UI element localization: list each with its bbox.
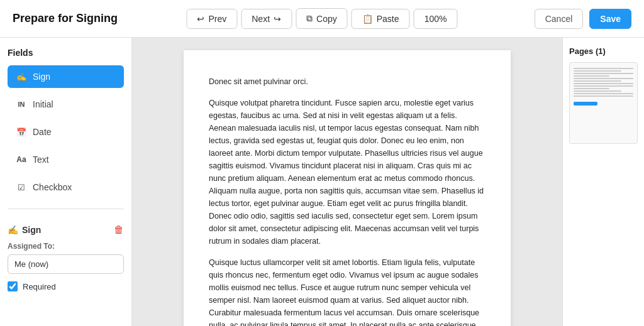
thumb-line-12 [574,95,633,97]
sign-panel-header: ✍ Sign 🗑 [8,224,124,236]
copy-button[interactable]: ⧉ Copy [296,8,348,29]
paste-label: Paste [377,14,399,24]
doc-paragraph-1: Donec sit amet pulvinar orci. [209,75,486,88]
assigned-to-input[interactable] [8,254,124,274]
required-label: Required [23,282,56,291]
save-button[interactable]: Save [589,9,631,29]
doc-paragraph-2: Quisque volutpat pharetra tincidunt. Fus… [209,97,486,247]
zoom-display: 100% [414,9,458,29]
sidebar-item-initial-label: Initial [33,99,53,109]
thumb-line-7 [574,83,633,84]
copy-icon: ⧉ [306,13,313,24]
sidebar-item-sign[interactable]: ✍ Sign [8,65,124,88]
thumb-line-8 [574,85,633,87]
thumb-content [570,63,637,109]
fields-title: Fields [8,48,124,58]
copy-label: Copy [316,14,337,24]
topbar-left: Prepare for Signing [13,12,118,25]
prev-icon: ↩ [197,14,204,24]
initial-icon: IN [15,98,28,111]
sign-icon: ✍ [15,70,28,83]
sidebar-divider [8,209,124,209]
thumb-line-3 [574,73,633,74]
sidebar-item-date-label: Date [33,127,52,137]
sign-panel-title-text: Sign [22,225,41,235]
thumb-line-1 [574,68,633,69]
sidebar-item-checkbox[interactable]: ☑ Checkbox [8,176,124,198]
cancel-button[interactable]: Cancel [535,9,584,29]
thumb-line-9 [574,88,609,89]
doc-paragraph-3: Quisque luctus ullamcorper velit sit ame… [209,256,486,326]
thumb-line-4 [574,75,609,77]
topbar-center: ↩ Prev Next ↪ ⧉ Copy 📋 Paste 100% [186,8,457,29]
topbar: Prepare for Signing ↩ Prev Next ↪ ⧉ Copy… [0,0,644,38]
page-title: Prepare for Signing [13,12,118,25]
assigned-to-label: Assigned To: [8,242,124,251]
document-area[interactable]: Donec sit amet pulvinar orci. Quisque vo… [132,38,562,326]
sidebar-right: Pages (1) [562,38,644,326]
prev-label: Prev [208,14,226,24]
next-icon: ↪ [274,14,281,24]
sidebar-item-checkbox-label: Checkbox [33,182,72,192]
required-checkbox[interactable] [8,281,18,291]
thumb-accent [574,102,597,106]
thumb-line-5 [574,78,633,79]
document-page: Donec sit amet pulvinar orci. Quisque vo… [184,50,511,326]
sidebar-item-initial[interactable]: IN Initial [8,93,124,116]
thumb-line-10 [574,90,621,92]
required-row: Required [8,281,124,291]
page-thumbnail[interactable] [569,62,638,144]
prev-button[interactable]: ↩ Prev [186,9,237,29]
paste-icon: 📋 [362,14,373,24]
text-icon: Aa [15,153,28,166]
sign-panel-title: ✍ Sign [8,225,41,235]
pages-title: Pages (1) [569,46,638,56]
thumb-line-11 [574,93,633,94]
sign-panel-icon: ✍ [8,225,18,235]
sidebar-item-sign-label: Sign [33,72,50,82]
checkbox-icon: ☑ [15,181,28,193]
sidebar-item-text[interactable]: Aa Text [8,148,124,171]
delete-sign-button[interactable]: 🗑 [114,224,124,236]
paste-button[interactable]: 📋 Paste [352,9,410,29]
topbar-right: Cancel Save [535,9,631,29]
main-layout: Fields ✍ Sign IN Initial 📅 Date Aa Text … [0,38,644,326]
thumb-line-2 [574,70,621,72]
thumb-line-6 [574,80,621,82]
next-button[interactable]: Next ↪ [241,9,292,29]
sidebar-left: Fields ✍ Sign IN Initial 📅 Date Aa Text … [0,38,132,326]
sidebar-item-text-label: Text [33,155,49,165]
next-label: Next [252,14,270,24]
sign-panel: ✍ Sign 🗑 Assigned To: Required [8,219,124,296]
date-icon: 📅 [15,126,28,138]
sidebar-item-date[interactable]: 📅 Date [8,121,124,143]
